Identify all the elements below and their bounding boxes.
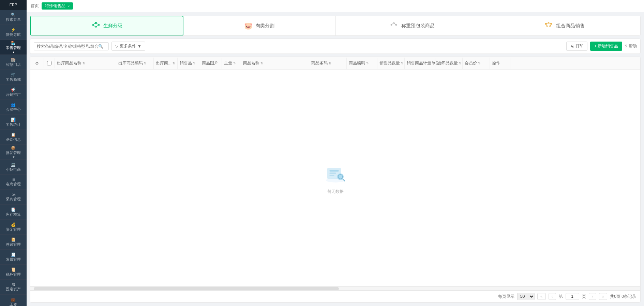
sidebar-item-purchase-mgmt[interactable]: 🛍 采购管理 [0, 190, 27, 205]
sidebar-item-ecomm-mgmt[interactable]: 🖥 电商管理 [0, 175, 27, 190]
th-out-qty: 出库品数量 ⇅ [435, 58, 463, 69]
weight-prepack-icon [389, 21, 399, 30]
tab-meat-cut-label: 肉类分割 [255, 23, 274, 29]
sidebar-item-quick-nav[interactable]: ⚡ 快捷导航 [0, 25, 27, 40]
sidebar-item-labor[interactable]: 💼 工资 [0, 295, 27, 306]
mini-ecomm-icon: 💻 [11, 163, 16, 167]
total-text: 共0页 0条记录 [610, 294, 636, 300]
print-icon: 🖨 [570, 44, 574, 49]
sidebar-item-label: 零售统计 [6, 122, 21, 127]
th-ops-label: 操作 [492, 60, 500, 66]
tab-weight-prepack[interactable]: 称重预包装商品 [336, 16, 488, 35]
sidebar-item-basic-info[interactable]: 📋 基础信息 [0, 130, 27, 145]
last-page-button[interactable]: » [599, 293, 608, 300]
tab-fresh-grade[interactable]: 生鲜分级 [30, 16, 183, 36]
sidebar-item-finance-mgmt[interactable]: 💰 资金管理 [0, 220, 27, 235]
toolbar-left: 🔍 ▽ 更多条件 ▼ [34, 42, 145, 51]
svg-rect-24 [329, 170, 339, 171]
member-center-icon: 👥 [11, 103, 16, 107]
th-goods-name-label: 商品名称 [243, 60, 259, 66]
sidebar-item-label: 资金管理 [6, 227, 21, 232]
tab-combo-sale[interactable]: 组合商品销售 [488, 16, 640, 35]
fixed-assets-icon: 🏗 [12, 282, 15, 287]
horizontal-scrollbar[interactable] [30, 286, 640, 290]
general-ledger-icon: 📔 [11, 238, 16, 242]
th-checkbox[interactable] [44, 58, 55, 68]
th-setting[interactable]: ⚙ [30, 58, 44, 68]
svg-rect-26 [329, 175, 334, 176]
th-sale-qty: 销售品数量 ⇅ [377, 58, 405, 69]
page-suffix: 页 [582, 294, 586, 300]
app-logo: ERP [0, 0, 27, 10]
sort-main-unit-icon[interactable]: ⇅ [233, 62, 236, 65]
help-button[interactable]: ? 帮助 [625, 43, 637, 49]
sidebar-item-search-menu[interactable]: 🔍 搜索菜单 [0, 10, 27, 25]
sidebar-item-label: 税务管理 [6, 272, 21, 277]
sidebar-item-tax-mgmt[interactable]: 📜 税务管理 [0, 265, 27, 280]
tab-meat-cut[interactable]: 🐷 肉类分割 [183, 16, 335, 35]
sort-barcode-icon[interactable]: ⇅ [329, 62, 331, 65]
svg-point-15 [550, 23, 552, 25]
sort-out-name-icon[interactable]: ⇅ [83, 62, 85, 65]
sort-out-qty-icon[interactable]: ⇅ [459, 62, 462, 65]
sidebar-item-invoice-mgmt[interactable]: 🧾 发票管理 [0, 250, 27, 265]
sidebar-item-retail-mgmt[interactable]: 🏪 零售管理 ▲ [0, 40, 27, 55]
svg-line-7 [96, 25, 99, 27]
search-input[interactable] [37, 44, 98, 49]
active-tab-tag: 特殊销售品 × [42, 2, 73, 10]
home-link[interactable]: 首页 [31, 3, 39, 9]
sidebar-item-retail-stats[interactable]: 📊 零售统计 [0, 115, 27, 130]
sort-out-code-icon[interactable]: ⇅ [144, 62, 147, 65]
sort-goods-code-icon[interactable]: ⇅ [366, 62, 369, 65]
sidebar-item-label: 库存核算 [6, 212, 21, 217]
sidebar-item-member-center[interactable]: 👥 会员中心 [0, 100, 27, 115]
page-content: 生鲜分级 🐷 肉类分割 称重预包装商品 [27, 12, 644, 306]
th-barcode-label: 商品条码 [311, 60, 328, 66]
sidebar-item-general-ledger[interactable]: 📔 总账管理 [0, 235, 27, 250]
purchase-mgmt-icon: 🛍 [12, 193, 15, 197]
add-button[interactable]: + 新增销售品 [590, 42, 622, 51]
page-number-input[interactable] [566, 293, 579, 300]
sidebar-item-label: 营销推广 [6, 92, 21, 97]
sidebar-item-label: 采购管理 [6, 197, 21, 202]
sort-sale-icon[interactable]: ⇅ [193, 62, 196, 65]
labor-icon: 💼 [11, 297, 16, 302]
first-page-button[interactable]: « [537, 293, 546, 300]
sidebar-item-fixed-assets[interactable]: 🏗 固定资产 [0, 280, 27, 295]
tab-combo-sale-label: 组合商品销售 [556, 23, 585, 29]
sidebar-item-label: 智慧门店 [6, 62, 21, 67]
sidebar-item-marketing[interactable]: 📢 营销推广 [0, 85, 27, 100]
filter-button[interactable]: ▽ 更多条件 ▼ [111, 42, 145, 51]
sidebar-item-mini-ecomm[interactable]: 💻 小畅电商 [0, 160, 27, 175]
filter-label: 更多条件 [120, 43, 136, 49]
svg-point-13 [545, 23, 546, 25]
search-icon[interactable]: 🔍 [98, 44, 103, 49]
print-button[interactable]: 🖨 打印 [566, 42, 587, 51]
retail-stats-icon: 📊 [11, 118, 16, 122]
sidebar-item-retail-mall[interactable]: 🛒 零售商城 [0, 70, 27, 85]
select-all-checkbox[interactable] [47, 61, 51, 65]
sort-goods-name-icon[interactable]: ⇅ [260, 62, 263, 65]
sort-out-spec-icon[interactable]: ⇅ [173, 62, 175, 65]
sidebar: ERP 🔍 搜索菜单 ⚡ 快捷导航 🏪 零售管理 ▲ 🏬 智慧门店 🛒 零售商城… [0, 0, 27, 306]
sidebar-item-stock-check[interactable]: 📑 库存核算 [0, 205, 27, 220]
sort-member-price-icon[interactable]: ⇅ [478, 62, 481, 65]
prev-page-button[interactable]: ‹ [549, 293, 556, 300]
scrollbar-thumb[interactable] [34, 287, 339, 290]
sort-sale-qty-icon[interactable]: ⇅ [401, 62, 404, 65]
search-box[interactable]: 🔍 [34, 42, 109, 50]
sidebar-item-label: 发票管理 [6, 257, 21, 262]
topbar: 首页 特殊销售品 × [27, 0, 644, 12]
close-tab-button[interactable]: × [68, 4, 70, 8]
sidebar-item-label: 批发管理 [6, 150, 21, 155]
svg-rect-25 [329, 173, 336, 174]
th-img-label: 商品图片 [202, 60, 218, 66]
th-barcode: 商品条码 ⇅ [309, 58, 347, 69]
tab-weight-prepack-label: 称重预包装商品 [401, 23, 435, 29]
sidebar-item-smart-store[interactable]: 🏬 智慧门店 [0, 55, 27, 70]
pagination: 每页显示 50 10 20 100 « ‹ 第 页 › [30, 290, 640, 302]
sidebar-item-wholesale-mgmt[interactable]: 📦 批发管理 ▼ [0, 145, 27, 160]
next-page-button[interactable]: › [589, 293, 596, 300]
th-ops: 操作 [490, 58, 510, 69]
per-page-select[interactable]: 50 10 20 100 [517, 293, 535, 300]
